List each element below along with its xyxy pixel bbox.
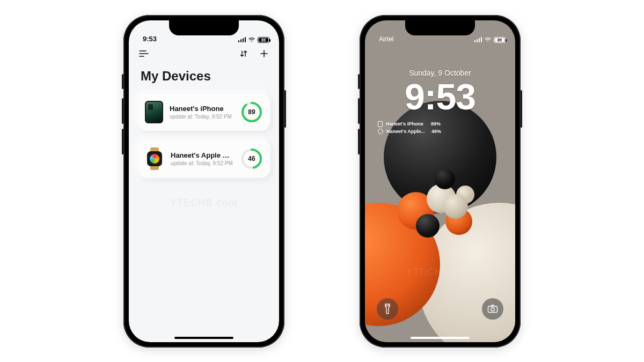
- svg-rect-4: [488, 306, 497, 313]
- device-name: Haneet's Apple Wat...: [171, 151, 234, 159]
- widget-device-value: 89%: [431, 121, 441, 127]
- svg-point-5: [491, 307, 494, 311]
- page-title: My Devices: [129, 61, 279, 93]
- phone-mini-icon: [378, 121, 383, 127]
- battery-widget[interactable]: Haneet's iPhone 89% Haneet's Apple... 46…: [378, 121, 515, 134]
- cellular-icon: [474, 37, 482, 42]
- flashlight-button[interactable]: [377, 298, 398, 320]
- battery-ring: 89: [240, 101, 263, 123]
- device-watch-icon: [145, 147, 164, 171]
- battery-ring: 46: [240, 147, 263, 170]
- watch-mini-icon: [378, 129, 383, 134]
- lock-screen: Airtel 89 Sunday, 9 October 9:53: [365, 20, 515, 342]
- device-name: Haneet's iPhone: [170, 105, 234, 113]
- status-carrier: Airtel: [379, 35, 393, 43]
- device-subtext: update at: Today, 9:52 PM: [171, 160, 234, 166]
- widget-row: Haneet's Apple... 46%: [378, 129, 515, 134]
- device-iphone-icon: [145, 101, 163, 123]
- watermark: YTECHB.com: [365, 267, 515, 278]
- wifi-icon: [248, 37, 255, 42]
- battery-icon: 89: [258, 37, 269, 43]
- battery-icon: 89: [494, 37, 506, 43]
- widget-row: Haneet's iPhone 89%: [378, 121, 515, 127]
- status-time: 9:53: [143, 35, 157, 43]
- widget-device-name: Haneet's iPhone: [386, 121, 428, 127]
- device-card[interactable]: Haneet's iPhone update at: Today, 9:52 P…: [137, 93, 270, 131]
- widget-device-value: 46%: [431, 129, 441, 134]
- battery-percent: 89: [240, 101, 263, 123]
- battery-percent: 46: [240, 147, 263, 170]
- phone-frame-right: Airtel 89 Sunday, 9 October 9:53: [360, 15, 521, 348]
- camera-button[interactable]: [482, 298, 503, 320]
- app-screen: 9:53 89: [129, 20, 279, 342]
- lock-time: 9:53: [365, 78, 515, 115]
- toolbar: [129, 44, 279, 61]
- cellular-icon: [238, 37, 246, 42]
- battery-level: 89: [497, 38, 502, 42]
- widget-device-name: Haneet's Apple...: [386, 129, 428, 134]
- wifi-icon: [484, 37, 492, 42]
- battery-level: 89: [261, 38, 266, 42]
- device-card[interactable]: Haneet's Apple Wat... update at: Today, …: [137, 139, 270, 178]
- add-icon[interactable]: [259, 48, 269, 59]
- watermark: YTECHB.com: [129, 197, 279, 209]
- device-subtext: update at: Today, 9:52 PM: [170, 114, 234, 120]
- menu-icon[interactable]: [138, 48, 149, 59]
- phone-frame-left: 9:53 89: [123, 15, 284, 348]
- sort-icon[interactable]: [238, 48, 249, 59]
